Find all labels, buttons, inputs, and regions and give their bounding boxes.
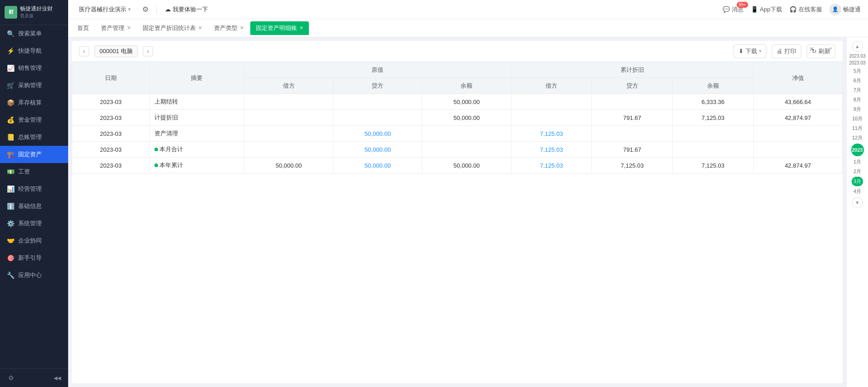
timeline-nav-up[interactable]: ▲ (852, 41, 863, 52)
col-acc-debit: 借方 (511, 78, 592, 94)
sidebar-item-purchase[interactable]: 🛒 采购管理 (0, 77, 68, 94)
timeline-item-9月[interactable]: 9月 (850, 104, 864, 114)
app-download-btn[interactable]: 📱 App下载 (751, 5, 782, 14)
summary-tag: 本月合计 (154, 145, 183, 154)
nav-prev-btn[interactable]: ‹ (79, 46, 89, 56)
sidebar-label-search: 搜索菜单 (18, 30, 42, 38)
td-date: 2023-03 (72, 158, 150, 174)
timeline-month-2月[interactable]: 2月 (850, 167, 865, 176)
panel-toolbar: ‹ 000001 电脑 › ⬇ 下载 ▾ 🖨 打印 ↻ 刷新 (72, 41, 843, 62)
table-row: 2023-03 计提折旧 50,000.00 791.67 7,125.03 4… (72, 110, 843, 126)
td-acc-credit: 791.67 (592, 110, 673, 126)
timeline-item-7月[interactable]: 7月 (850, 85, 864, 95)
sidebar-nav: 🔍 搜索菜单 ⚡ 快捷导航 📈 销售管理 🛒 采购管理 📦 库存核算 💰 资金管… (0, 25, 68, 368)
summary-text: 资产清理 (154, 130, 178, 137)
sidebar-label-fixed-asset: 固定资产 (18, 150, 42, 159)
message-btn[interactable]: 💬 消息 99+ (723, 5, 744, 14)
app-download-label: App下载 (760, 5, 782, 14)
basic-info-icon: ℹ️ (6, 202, 15, 210)
tab-label-home: 首页 (77, 24, 89, 32)
sidebar-item-ledger[interactable]: 📒 总账管理 (0, 129, 68, 146)
td-orig-credit: 50,000.00 (333, 126, 422, 142)
col-acc-credit: 贷方 (592, 78, 673, 94)
download-btn[interactable]: ⬇ 下载 ▾ (734, 45, 766, 58)
tab-close-asset-mgmt[interactable]: ✕ (127, 25, 131, 30)
timeline-year-circle[interactable]: 2023 (851, 144, 864, 156)
company-selector[interactable]: 医疗器械行业演示 ▾ (75, 4, 134, 15)
tab-depreciation-stats[interactable]: 固定资产折旧统计表✕ (137, 21, 208, 35)
col-date: 日期 (72, 62, 150, 94)
avatar: 👤 (829, 4, 841, 15)
logo: 财 畅捷通好业财 普及版 (0, 0, 68, 25)
experience-btn[interactable]: ☁ 我要体验一下 (161, 4, 212, 15)
logo-sub: 普及版 (20, 13, 53, 19)
col-net-value: 净值 (754, 62, 843, 94)
sidebar-item-app-center[interactable]: 🔧 应用中心 (0, 267, 68, 284)
tab-home[interactable]: 首页 (72, 21, 94, 35)
right-sidebar: ▲ 2023.03 2023.03 5月6月7月8月9月10月11月12月 20… (846, 37, 868, 387)
tab-close-asset-detail[interactable]: ✕ (299, 25, 303, 30)
timeline-item-8月[interactable]: 8月 (850, 95, 864, 104)
td-acc-credit (592, 94, 673, 110)
td-acc-balance: 6,333.36 (673, 94, 754, 110)
timeline-item-6月[interactable]: 6月 (850, 76, 864, 85)
sidebar-item-operation[interactable]: 📊 经营管理 (0, 180, 68, 198)
sidebar-label-ledger: 总账管理 (18, 133, 42, 141)
sidebar-item-quick-nav[interactable]: ⚡ 快捷导航 (0, 42, 68, 60)
app-center-icon: 🔧 (6, 271, 15, 279)
print-btn[interactable]: 🖨 打印 (772, 45, 801, 58)
sidebar-label-basic-info: 基础信息 (18, 202, 42, 210)
tab-close-depreciation-stats[interactable]: ✕ (198, 25, 202, 30)
sidebar-item-search[interactable]: 🔍 搜索菜单 (0, 25, 68, 42)
timeline-month-4月[interactable]: 4月 (850, 187, 865, 196)
settings-icon[interactable]: ⚙ (6, 373, 15, 382)
td-acc-credit: 791.67 (592, 142, 673, 158)
dropdown-icon: ▾ (128, 6, 131, 12)
td-summary: 本年累计 (149, 158, 244, 174)
message-badge: 99+ (737, 2, 748, 8)
sidebar-label-sys-mgmt: 系统管理 (18, 219, 42, 228)
timeline-item-12月[interactable]: 12月 (850, 133, 864, 143)
sys-mgmt-icon: ⚙️ (6, 219, 15, 228)
download-icon: ⬇ (739, 48, 744, 55)
tab-asset-detail[interactable]: 固定资产明细账✕ (250, 21, 309, 35)
sidebar-item-basic-info[interactable]: ℹ️ 基础信息 (0, 198, 68, 215)
panel-close-btn[interactable]: ✕ (806, 44, 817, 55)
timeline-item-11月[interactable]: 11月 (850, 124, 864, 133)
customer-service-btn[interactable]: 🎧 在线客服 (789, 5, 822, 14)
td-acc-debit: 7,125.03 (511, 158, 592, 174)
timeline-nav-down[interactable]: ▼ (852, 197, 863, 208)
sidebar-item-enterprise[interactable]: 🤝 企业协同 (0, 232, 68, 249)
td-date: 2023-03 (72, 94, 150, 110)
user-menu[interactable]: 👤 畅捷通 (829, 4, 861, 15)
sidebar-label-app-center: 应用中心 (18, 271, 42, 279)
sidebar-item-guide[interactable]: 🎯 新手引导 (0, 249, 68, 267)
sidebar-item-fixed-asset[interactable]: 🏗️ 固定资产 (0, 146, 68, 163)
tab-asset-mgmt[interactable]: 资产管理✕ (95, 21, 136, 35)
tab-asset-type[interactable]: 资产类型✕ (208, 21, 249, 35)
td-net-value (754, 126, 843, 142)
sidebar-item-payroll[interactable]: 💵 工资 (0, 163, 68, 180)
sidebar-item-sales[interactable]: 📈 销售管理 (0, 60, 68, 77)
sidebar-item-inventory[interactable]: 📦 库存核算 (0, 94, 68, 111)
nav-next-btn[interactable]: › (143, 46, 153, 56)
tab-close-asset-type[interactable]: ✕ (240, 25, 244, 30)
timeline-month-1月[interactable]: 1月 (850, 157, 865, 167)
col-orig-balance: 余额 (422, 78, 511, 94)
panel-expand-btn[interactable]: ⤢ (824, 44, 835, 55)
collapse-icon[interactable]: ◀◀ (53, 373, 62, 382)
app-download-icon: 📱 (751, 6, 758, 13)
sidebar-item-sys-mgmt[interactable]: ⚙️ 系统管理 (0, 215, 68, 232)
asset-detail-table: 日期 摘要 原值 累计折旧 净值 借方 贷方 余额 借方 贷方 余额 (72, 62, 843, 174)
sidebar-item-fund[interactable]: 💰 资金管理 (0, 111, 68, 129)
topbar-settings-icon[interactable]: ⚙ (139, 3, 152, 16)
tab-label-depreciation-stats: 固定资产折旧统计表 (143, 24, 196, 32)
timeline-item-10月[interactable]: 10月 (850, 114, 864, 124)
fund-icon: 💰 (6, 116, 15, 124)
payroll-icon: 💵 (6, 168, 15, 176)
td-net-value: 42,874.97 (754, 110, 843, 126)
topbar-right: 💬 消息 99+ 📱 App下载 🎧 在线客服 👤 畅捷通 (723, 4, 861, 15)
tab-label-asset-mgmt: 资产管理 (101, 24, 124, 32)
timeline-month-3月[interactable]: 3月 (852, 177, 863, 186)
timeline-item-5月[interactable]: 5月 (850, 66, 864, 76)
